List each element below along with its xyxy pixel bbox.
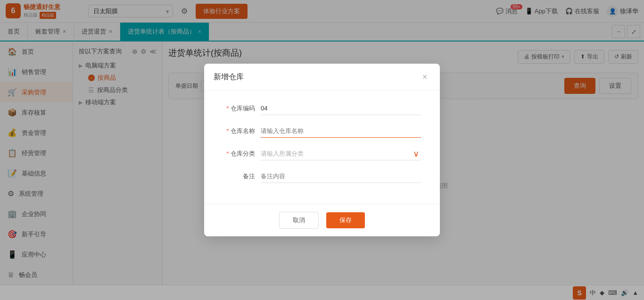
modal-close-button[interactable]: × bbox=[419, 71, 430, 83]
modal-body: 仓库编码 仓库名称 仓库分类 请输入所属分类 ⌄ ∨ bbox=[204, 91, 440, 204]
warehouse-name-input[interactable] bbox=[261, 125, 421, 138]
remark-input[interactable] bbox=[261, 170, 421, 183]
warehouse-code-input[interactable] bbox=[261, 102, 421, 115]
modal-header: 新增仓库 × bbox=[204, 64, 440, 91]
new-warehouse-modal: 新增仓库 × 仓库编码 仓库名称 仓库分类 请输入所属分类 ⌄ bbox=[204, 64, 440, 236]
remark-row: 备注 bbox=[223, 170, 421, 183]
modal-footer: 取消 保存 bbox=[204, 204, 440, 236]
warehouse-code-row: 仓库编码 bbox=[223, 102, 421, 115]
warehouse-name-row: 仓库名称 bbox=[223, 125, 421, 138]
warehouse-type-select-wrap: 请输入所属分类 ⌄ ∨ bbox=[261, 147, 421, 160]
warehouse-code-label: 仓库编码 bbox=[223, 104, 261, 113]
remark-label: 备注 bbox=[223, 172, 261, 181]
modal-title: 新增仓库 bbox=[214, 72, 244, 82]
save-button[interactable]: 保存 bbox=[326, 212, 365, 228]
modal-overlay: 新增仓库 × 仓库编码 仓库名称 仓库分类 请输入所属分类 ⌄ bbox=[0, 0, 644, 300]
warehouse-type-label: 仓库分类 bbox=[223, 150, 261, 158]
cancel-button[interactable]: 取消 bbox=[279, 212, 319, 229]
warehouse-name-label: 仓库名称 bbox=[223, 127, 261, 135]
warehouse-type-select[interactable]: 请输入所属分类 bbox=[261, 147, 421, 160]
warehouse-type-row: 仓库分类 请输入所属分类 ⌄ ∨ bbox=[223, 147, 421, 160]
